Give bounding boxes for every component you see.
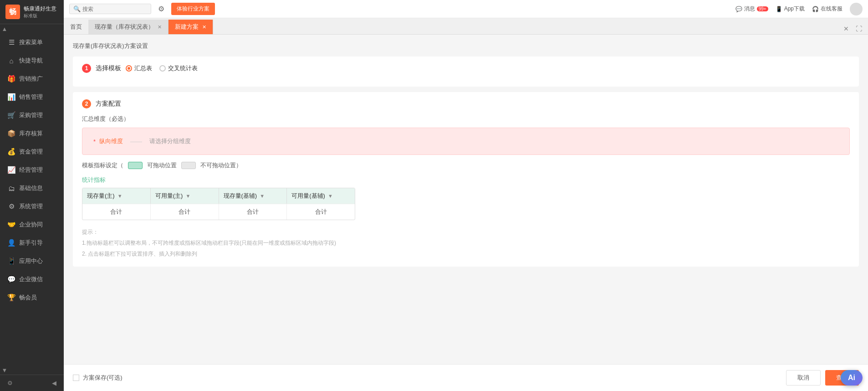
save-checkbox[interactable] [73, 375, 79, 381]
col-chevron-2: ▼ [260, 193, 265, 199]
messages-label: 消息 [744, 5, 755, 13]
non-draggable-label: 不可拖动位置） [200, 161, 242, 170]
sidebar-item-enterprise-wx[interactable]: 💬 企业微信 [0, 270, 64, 288]
dim-placeholder: 请选择分组维度 [149, 137, 191, 145]
tab-home[interactable]: 首页 [64, 20, 88, 34]
col-label-2: 现存量(基辅) [224, 192, 257, 200]
sidebar-item-purchasing[interactable]: 🛒 采购管理 [0, 106, 64, 124]
onboarding-icon: 👤 [7, 239, 15, 247]
settings-btn[interactable]: ⚙ [155, 3, 168, 15]
messages-badge: 99+ [757, 6, 768, 11]
sidebar-item-search-menu[interactable]: ☰ 搜索菜单 [0, 33, 64, 51]
stats-header: 统计指标 [82, 176, 850, 184]
col-header-2[interactable]: 现存量(基辅) ▼ [219, 188, 287, 204]
sidebar-item-enterprise[interactable]: 🤝 企业协同 [0, 216, 64, 234]
sidebar-item-finance[interactable]: 💰 资金管理 [0, 143, 64, 161]
save-label: 方案保存(可选) [83, 374, 123, 382]
summary-dim-label: 汇总维度（必选） [82, 115, 850, 123]
tabs-bar: 首页 现存量（库存状况表） ✕ 新建方案 ✕ ✕ ⛶ [64, 18, 868, 35]
tips-line-2: 2. 点击标题栏下拉可设置排序、插入列和删除列 [82, 251, 197, 257]
ai-float-button[interactable]: Ai [841, 370, 863, 386]
operation-icon: 📈 [7, 166, 15, 174]
sidebar-item-label: 新手引导 [19, 239, 43, 247]
radio-summary-label: 汇总表 [134, 64, 152, 72]
sales-icon: 📊 [7, 93, 15, 101]
topbar-search-box[interactable]: 🔍 [69, 4, 151, 14]
sidebar-item-system[interactable]: ⚙ 系统管理 [0, 197, 64, 216]
indicator-prefix: 模板指标设定（ [82, 161, 123, 170]
sidebar-toggle-icon[interactable]: ◀ [52, 380, 56, 386]
cancel-button[interactable]: 取消 [786, 370, 821, 386]
enterprise-wx-icon: 💬 [7, 275, 15, 283]
online-support-label: 在线客服 [821, 5, 842, 13]
sidebar-item-label: 企业协同 [19, 221, 43, 229]
user-avatar[interactable] [850, 3, 863, 15]
radio-cross[interactable]: 交叉统计表 [159, 64, 198, 72]
radio-cross-circle [159, 65, 166, 72]
sidebar-item-member[interactable]: 🏆 畅会员 [0, 288, 64, 307]
tips-section: 提示： 1.拖动标题栏可以调整布局，不可跨维度或指标区域拖动栏目字段(只能在同一… [82, 226, 850, 259]
radio-summary[interactable]: 汇总表 [126, 64, 152, 72]
step2-section: 2 方案配置 汇总维度（必选） * 纵向维度 —— 请选择分组维度 模板指标设定… [73, 92, 859, 267]
tab-close-all[interactable]: ✕ [841, 23, 852, 34]
vertical-dim-area[interactable]: * 纵向维度 —— 请选择分组维度 [82, 128, 850, 155]
draggable-indicator-box [128, 162, 143, 169]
sidebar-item-onboarding[interactable]: 👤 新手引导 [0, 234, 64, 252]
sidebar-item-basic-info[interactable]: 🗂 基础信息 [0, 179, 64, 197]
col-header-0[interactable]: 现存量(主) ▼ [82, 188, 151, 204]
radio-summary-circle [126, 65, 132, 72]
col-header-1[interactable]: 可用量(主) ▼ [151, 188, 219, 204]
col-label-3: 可用量(基辅) [291, 192, 325, 200]
stats-table-data-row: 合计 合计 合计 合计 [82, 204, 355, 220]
tips-line-1: 1.拖动标题栏可以调整布局，不可跨维度或指标区域拖动栏目字段(只能在同一维度或指… [82, 240, 336, 246]
vertical-dim-label: 纵向维度 [99, 137, 123, 145]
col-label-0: 现存量(主) [87, 192, 115, 200]
sidebar-item-label: 快捷导航 [19, 57, 43, 65]
sidebar-item-label: 应用中心 [19, 257, 43, 265]
sidebar-item-operation[interactable]: 📈 经营管理 [0, 161, 64, 179]
sidebar-item-sales[interactable]: 📊 销售管理 [0, 88, 64, 106]
page-content: 现存量(库存状况表)方案设置 1 选择模板 汇总表 交叉统计表 [64, 35, 868, 364]
search-input[interactable] [82, 6, 146, 12]
download-icon: 📱 [776, 6, 782, 12]
non-draggable-indicator-box [181, 162, 196, 169]
messages-btn[interactable]: 💬 消息 99+ [735, 5, 768, 13]
sidebar-item-label: 经营管理 [19, 166, 43, 174]
settings-icon[interactable]: ⚙ [7, 380, 13, 386]
ai-label: Ai [848, 374, 855, 382]
tab-new-scheme-close[interactable]: ✕ [202, 24, 206, 30]
app-download-btn[interactable]: 📱 App下载 [776, 5, 805, 13]
sidebar-item-inventory[interactable]: 📦 库存核算 [0, 124, 64, 143]
page-footer: 方案保存(可选) 取消 查询 [64, 364, 868, 391]
sidebar-item-label: 销售管理 [19, 93, 43, 101]
stats-cell-0: 合计 [82, 204, 151, 220]
tab-inventory-close[interactable]: ✕ [158, 24, 162, 30]
member-icon: 🏆 [7, 293, 15, 302]
tips-title: 提示： [82, 229, 98, 235]
sidebar-item-quick-nav[interactable]: ⌂ 快捷导航 [0, 51, 64, 70]
main-content: 🔍 ⚙ 体验行业方案 💬 消息 99+ 📱 App下载 🎧 在线客服 [64, 0, 868, 391]
sidebar-scroll-down[interactable]: ▼ [0, 365, 9, 375]
step1-section: 1 选择模板 汇总表 交叉统计表 [73, 57, 859, 87]
sidebar-item-label: 系统管理 [19, 202, 43, 211]
tab-inventory-status[interactable]: 现存量（库存状况表） ✕ [88, 20, 168, 34]
template-radio-group: 汇总表 交叉统计表 [126, 64, 198, 72]
sidebar-scroll-up[interactable]: ▲ [0, 24, 9, 33]
sidebar-item-app-center[interactable]: 📱 应用中心 [0, 252, 64, 270]
headset-icon: 🎧 [812, 6, 819, 12]
logo-icon: 畅 [5, 5, 20, 19]
tabs-right: ✕ ⛶ [837, 23, 868, 34]
purchasing-icon: 🛒 [7, 111, 15, 119]
sidebar-item-marketing[interactable]: 🎁 营销推广 [0, 70, 64, 88]
radio-cross-label: 交叉统计表 [168, 64, 198, 72]
online-support-btn[interactable]: 🎧 在线客服 [812, 5, 842, 13]
industry-btn[interactable]: 体验行业方案 [171, 3, 215, 15]
tab-expand[interactable]: ⛶ [853, 23, 864, 34]
sidebar-item-label: 基础信息 [19, 184, 43, 192]
sidebar-item-label: 采购管理 [19, 111, 43, 119]
sidebar-footer: ⚙ ◀ [0, 375, 64, 391]
col-header-3[interactable]: 可用量(基辅) ▼ [287, 188, 355, 204]
step1-badge: 1 [82, 64, 91, 73]
col-label-1: 可用量(主) [155, 192, 183, 200]
tab-new-scheme[interactable]: 新建方案 ✕ [168, 20, 213, 34]
